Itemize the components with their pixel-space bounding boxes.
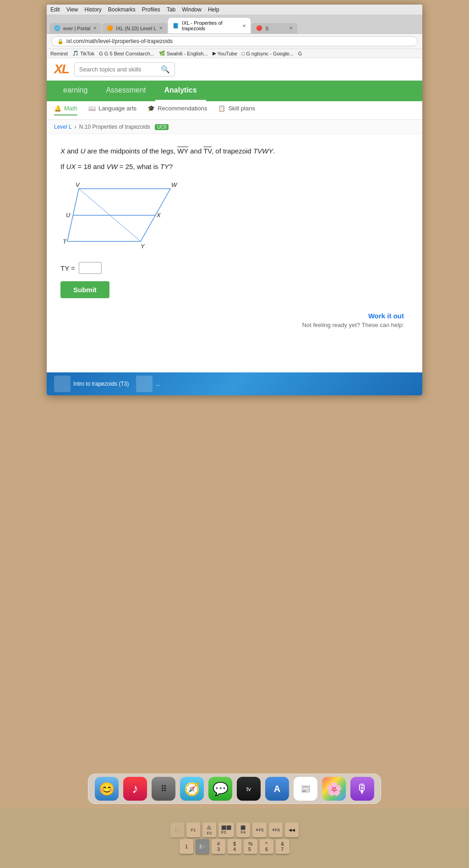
menu-bar: Edit View History Bookmarks Profiles Tab… <box>47 5 422 15</box>
sub-nav-recommendations[interactable]: 🎓 Recommendations <box>147 105 207 115</box>
bookmark-nglsync[interactable]: □ G nglsync - Google... <box>242 51 294 56</box>
bookmark-tiktok-icon: 🎵 <box>72 50 79 56</box>
ixl-logo[interactable]: XL <box>54 62 69 76</box>
dock-safari[interactable]: 🧭 <box>180 777 204 801</box>
key-7[interactable]: &7 <box>276 839 289 854</box>
dock-wrapper: 😊 ♪ ⠿ 🧭 💬 tv A 📰 🌸 🎙 <box>47 774 422 804</box>
dock-podcasts[interactable]: 🎙 <box>350 777 374 801</box>
resource-trapezoids[interactable]: Intro to trapezoids (T3) <box>54 376 129 392</box>
key-f4[interactable]: ⬛F4 <box>236 823 250 837</box>
key-5[interactable]: %5 <box>244 839 257 854</box>
bookmark-youtube[interactable]: ▶ YouTube <box>213 50 237 56</box>
trapezoid-svg: V W T Y U X <box>60 180 184 253</box>
key-f6[interactable]: ☀F6 <box>269 823 283 837</box>
answer-input[interactable] <box>79 262 102 274</box>
key-2[interactable]: 2@ <box>196 839 209 854</box>
mac-dock: 😊 ♪ ⠿ 🧭 💬 tv A 📰 🌸 🎙 <box>88 774 381 804</box>
nav-tab-learning[interactable]: earning <box>54 81 97 101</box>
sub-nav: 🔔 Math 📖 Language arts 🎓 Recommendations… <box>47 101 422 120</box>
bookmark-tiktok[interactable]: 🎵 TikTok <box>72 50 94 56</box>
key-1[interactable]: 1 <box>180 839 193 854</box>
sub-nav-math[interactable]: 🔔 Math <box>54 105 77 115</box>
bookmark-cornstarch[interactable]: G G 5 Best Cornstarch... <box>99 51 154 56</box>
key-3[interactable]: #3 <box>212 839 225 854</box>
work-it-out-link[interactable]: Work it out <box>60 312 404 320</box>
keyboard-row-fn: ⬚ F1 品F2 ⬛⬛F3 ⬛F4 ☀F5 ☀F6 ◀◀ <box>170 823 299 837</box>
breadcrumb: Level L › N.10 Properties of trapezoids … <box>47 120 422 134</box>
dock-accessibility[interactable]: A <box>265 777 289 801</box>
ixl-header: XL 🔍 <box>47 58 422 81</box>
key-f7[interactable]: ◀◀ <box>285 823 299 837</box>
search-icon[interactable]: 🔍 <box>161 65 170 74</box>
tab-ixl-level-label: IXL (N.10) Level L <box>116 26 156 31</box>
dock-news[interactable]: 📰 <box>294 777 317 801</box>
breadcrumb-separator: › <box>75 124 76 130</box>
tab-portal[interactable]: 🌐 ever | Portal ✕ <box>49 23 101 33</box>
tab-more-close[interactable]: ✕ <box>289 26 293 31</box>
resource-more[interactable]: ... <box>136 376 160 392</box>
bookmark-cornstarch-icon: G <box>99 51 103 56</box>
key-f1[interactable]: F1 <box>186 823 200 837</box>
resource-label-1: Intro to trapezoids (T3) <box>73 381 129 387</box>
bookmark-g[interactable]: G <box>298 51 302 56</box>
nav-tab-learning-label: earning <box>63 86 87 94</box>
sub-nav-math-label: Math <box>64 105 77 112</box>
appletv-label: tv <box>246 786 251 792</box>
not-ready-text: Not feeling ready yet? These can help: <box>60 322 404 328</box>
sub-nav-language-arts[interactable]: 📖 Language arts <box>88 105 136 115</box>
language-arts-icon: 📖 <box>88 105 96 112</box>
tab-ixl-trapezoids[interactable]: 📘 IXL - Properties of trapezoids ✕ <box>168 18 251 33</box>
sub-nav-skill-plans[interactable]: 📋 Skill plans <box>218 105 255 115</box>
bookmark-remind[interactable]: Remind <box>50 51 68 56</box>
key-4[interactable]: $4 <box>228 839 241 854</box>
math-icon: 🔔 <box>54 105 61 112</box>
bookmarks-bar: Remind 🎵 TikTok G G 5 Best Cornstarch...… <box>47 49 422 58</box>
address-bar: 🔒 ixl.com/math/level-l/properties-of-tra… <box>47 34 422 49</box>
tab-more-label: S <box>265 26 268 31</box>
vertex-x: X <box>156 212 161 218</box>
menu-bookmarks[interactable]: Bookmarks <box>108 6 136 13</box>
nav-tab-analytics-label: Analytics <box>164 86 197 94</box>
dock-appletv[interactable]: tv <box>237 777 261 801</box>
key-f3[interactable]: ⬛⬛F3 <box>218 823 234 837</box>
nav-tab-assessment[interactable]: Assessment <box>97 81 155 101</box>
vertex-y: Y <box>141 243 145 250</box>
tab-portal-close[interactable]: ✕ <box>93 26 97 31</box>
breadcrumb-parent[interactable]: Level L <box>54 124 72 130</box>
submit-button[interactable]: Submit <box>60 281 109 298</box>
dock-finder[interactable]: 😊 <box>95 777 119 801</box>
key-f2[interactable]: 品F2 <box>202 823 216 837</box>
skill-plans-icon: 📋 <box>218 105 225 112</box>
main-content: X and U are the midpoints of the legs, W… <box>47 134 422 372</box>
tab-ixl-level-close[interactable]: ✕ <box>159 26 163 31</box>
resource-thumb-2 <box>136 376 153 392</box>
recommendations-icon: 🎓 <box>147 105 155 112</box>
address-input[interactable]: 🔒 ixl.com/math/level-l/properties-of-tra… <box>51 36 418 46</box>
menu-window[interactable]: Window <box>182 6 202 13</box>
key-6[interactable]: ^6 <box>260 839 273 854</box>
menu-edit[interactable]: Edit <box>50 6 60 13</box>
bookmark-swahili-label: Swahili - English... <box>167 51 208 56</box>
nav-tab-analytics[interactable]: Analytics <box>155 81 206 101</box>
dock-music[interactable]: ♪ <box>123 777 147 801</box>
tab-more[interactable]: 🔴 S ✕ <box>251 23 297 33</box>
search-bar[interactable]: 🔍 <box>74 62 175 76</box>
bookmark-swahili[interactable]: 🌿 Swahili - English... <box>159 50 208 56</box>
menu-tab[interactable]: Tab <box>167 6 175 13</box>
bookmark-youtube-icon: ▶ <box>213 50 216 56</box>
menu-profiles[interactable]: Profiles <box>142 6 160 13</box>
resource-thumb-1 <box>54 376 71 392</box>
key-placeholder1[interactable]: ⬚ <box>170 823 184 837</box>
menu-help[interactable]: Help <box>208 6 219 13</box>
vertex-t: T <box>63 238 67 245</box>
tab-ixl-level[interactable]: 🟠 IXL (N.10) Level L ✕ <box>102 23 167 33</box>
dock-launchpad[interactable]: ⠿ <box>152 777 175 801</box>
dock-photos[interactable]: 🌸 <box>322 777 346 801</box>
menu-view[interactable]: View <box>66 6 78 13</box>
search-input[interactable] <box>79 66 157 73</box>
menu-history[interactable]: History <box>84 6 101 13</box>
dock-messages[interactable]: 💬 <box>208 777 232 801</box>
browser-window: Edit View History Bookmarks Profiles Tab… <box>47 5 422 395</box>
tab-ixl-trap-close[interactable]: ✕ <box>242 23 246 28</box>
key-f5[interactable]: ☀F5 <box>252 823 267 837</box>
